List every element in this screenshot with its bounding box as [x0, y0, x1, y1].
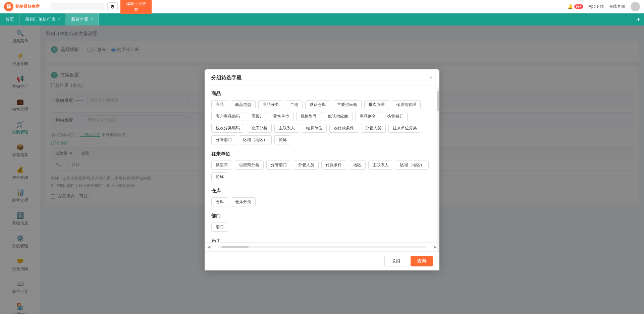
tab-purchase-list-label: 采购订单执行表	[25, 16, 56, 22]
tag-warehouse[interactable]: 仓库	[211, 197, 228, 206]
h-scrollbar[interactable]	[218, 246, 426, 248]
tag-customer-code[interactable]: 客户商品编码	[211, 112, 244, 121]
section-dept-title: 部门	[211, 213, 433, 219]
section-goods: 商品 商品 商品类型 商品分类 产地 默认仓库 主要供应商 批次管理 保质期管理…	[211, 91, 433, 144]
partner-tags: 供应商 供应商分类 分管部门 分管人员 付款条件 地区 主联系人 区域（地区） …	[211, 161, 433, 181]
tag-spec-model[interactable]: 规格型号	[296, 112, 321, 121]
cancel-button[interactable]: 取消	[384, 256, 407, 266]
h-scroll-right[interactable]: ▶	[434, 245, 437, 249]
logo-text: 畅捷通好生意	[15, 4, 40, 9]
tag-goods-category[interactable]: 商品分类	[258, 100, 283, 109]
app-download-link[interactable]: App下载	[589, 4, 604, 9]
logo-area: 畅 畅捷通好生意	[4, 2, 44, 11]
avatar[interactable]	[631, 2, 640, 11]
online-service-link[interactable]: 在线客服	[609, 4, 625, 9]
tab-new-plan-label: 新建方案	[71, 16, 89, 22]
tag-tax-code[interactable]: 税收分类编码	[211, 124, 244, 133]
tab-home-label: 首页	[5, 16, 14, 22]
tag-default-warehouse[interactable]: 默认仓库	[305, 100, 330, 109]
h-scroll-thumb	[222, 246, 249, 248]
top-bar: 畅 畅捷通好生意 ⚙ 体验行业方案 🔔 99+ App下载 在线客服	[0, 0, 644, 13]
tag-dept-goods[interactable]: 分管部门	[211, 135, 236, 144]
tag-main-contact[interactable]: 主联系人	[274, 124, 299, 133]
tag-goods-alias[interactable]: 商品别名	[355, 112, 380, 121]
top-search: ⚙ 体验行业方案	[51, 0, 152, 14]
section-partner-title: 往来单位	[211, 151, 433, 157]
tag-region-goods[interactable]: 区域（地区）	[239, 135, 272, 144]
tag-batch-mgmt[interactable]: 批次管理	[364, 100, 389, 109]
tag-warehouse-category[interactable]: 仓库分类	[247, 124, 272, 133]
top-actions: 🔔 99+ App下载 在线客服	[568, 2, 640, 11]
tag-supervisor-partner[interactable]: 分管人员	[294, 161, 319, 170]
dialog-header: 分组待选字段 ×	[205, 69, 439, 85]
goods-tags: 商品 商品类型 商品分类 产地 默认仓库 主要供应商 批次管理 保质期管理 客户…	[211, 100, 433, 144]
section-partner: 往来单位 供应商 供应商分类 分管部门 分管人员 付款条件 地区 主联系人 区域…	[211, 151, 433, 181]
tab-purchase-close[interactable]: ×	[58, 17, 60, 22]
warehouse-tags: 仓库 仓库分类	[211, 197, 433, 206]
tab-add[interactable]: +	[633, 16, 644, 22]
tag-short-name-partner[interactable]: 简称	[211, 172, 228, 181]
tab-new-plan[interactable]: 新建方案 ×	[66, 13, 99, 25]
dialog-title: 分组待选字段	[211, 75, 241, 81]
tag-supplier[interactable]: 供应商	[211, 161, 232, 170]
v-scroll-thumb	[437, 91, 439, 111]
tag-pick-points[interactable]: 拣货积分	[383, 112, 408, 121]
notification-area[interactable]: 🔔 99+	[568, 4, 583, 9]
tag-payment-cond[interactable]: 付款条件	[321, 161, 346, 170]
tab-bar: 首页 采购订单执行表 × 新建方案 × +	[0, 13, 644, 25]
dialog: 分组待选字段 × 商品 商品 商品类型 商品分类 产地 默认仓库 主要供应商 批…	[205, 69, 439, 270]
modal-overlay: 分组待选字段 × 商品 商品 商品类型 商品分类 产地 默认仓库 主要供应商 批…	[0, 25, 644, 314]
tag-payment-terms[interactable]: 收付款条件	[329, 124, 358, 133]
tag-retail-unit[interactable]: 零售单位	[269, 112, 293, 121]
tag-default-supplier[interactable]: 默认供应商	[324, 112, 353, 121]
section-employee-title: 员工	[211, 238, 433, 242]
tab-home[interactable]: 首页	[0, 13, 20, 25]
tag-main-contact-partner[interactable]: 主联系人	[368, 161, 393, 170]
dialog-close-button[interactable]: ×	[430, 75, 433, 81]
tag-supervisor[interactable]: 分管人员	[361, 124, 386, 133]
tag-main-supplier[interactable]: 主要供应商	[333, 100, 362, 109]
tag-dept-partner[interactable]: 分管部门	[266, 161, 291, 170]
notification-badge: 99+	[574, 4, 583, 9]
tag-weight[interactable]: 重量3	[247, 112, 266, 121]
tag-area-partner[interactable]: 区域（地区）	[396, 161, 429, 170]
confirm-button[interactable]: 查询	[411, 256, 433, 266]
search-input[interactable]	[51, 3, 105, 10]
h-scroll-container: ◀ ▶	[205, 242, 439, 251]
logo-icon: 畅	[4, 2, 13, 11]
section-dept: 部门 部门	[211, 213, 433, 232]
tag-supplier-cat[interactable]: 供应商分类	[235, 161, 264, 170]
tag-region-partner[interactable]: 地区	[349, 161, 366, 170]
tab-purchase-list[interactable]: 采购订单执行表 ×	[20, 13, 66, 25]
tag-goods[interactable]: 商品	[211, 100, 228, 109]
tag-warehouse-cat[interactable]: 仓库分类	[231, 197, 256, 206]
h-scroll-left[interactable]: ◀	[207, 245, 210, 249]
section-warehouse: 仓库 仓库 仓库分类	[211, 188, 433, 206]
section-employee: 员工 业务员	[211, 238, 433, 242]
section-goods-title: 商品	[211, 91, 433, 97]
tag-origin[interactable]: 产地	[286, 100, 303, 109]
tag-settlement-unit[interactable]: 结算单位	[302, 124, 327, 133]
v-scrollbar[interactable]	[437, 87, 439, 253]
tag-shelf-life[interactable]: 保质期管理	[392, 100, 421, 109]
dialog-footer: 取消 查询	[205, 251, 439, 270]
experience-button[interactable]: 体验行业方案	[120, 0, 152, 14]
section-warehouse-title: 仓库	[211, 188, 433, 194]
tab-new-plan-close[interactable]: ×	[91, 17, 93, 22]
tag-short-name-goods[interactable]: 简称	[274, 135, 291, 144]
dept-tags: 部门	[211, 223, 433, 232]
tag-partner-category[interactable]: 往来单位分类	[388, 124, 421, 133]
tag-dept[interactable]: 部门	[211, 223, 228, 232]
gear-button[interactable]: ⚙	[107, 2, 118, 11]
tag-goods-type[interactable]: 商品类型	[231, 100, 256, 109]
dialog-body: 商品 商品 商品类型 商品分类 产地 默认仓库 主要供应商 批次管理 保质期管理…	[205, 85, 439, 242]
